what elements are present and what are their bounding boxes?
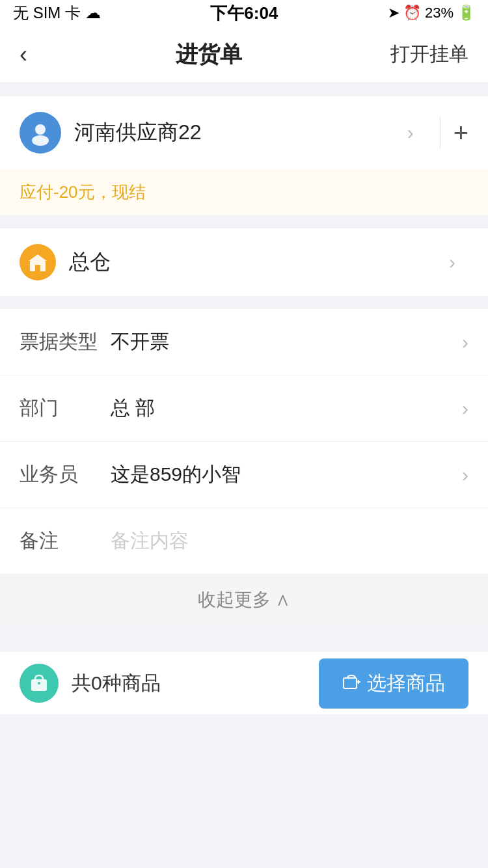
bottom-section: 共0种商品 选择商品 [0, 652, 488, 714]
page-background [0, 714, 488, 868]
location-icon: ➤ [388, 5, 400, 21]
invoice-row[interactable]: 票据类型 不开票 › [0, 309, 488, 375]
page-title: 进货单 [176, 40, 242, 70]
product-svg [29, 673, 49, 694]
supplier-avatar [20, 112, 61, 154]
remark-row[interactable]: 备注 备注内容 [0, 508, 488, 574]
svg-rect-7 [344, 678, 357, 688]
svg-point-1 [32, 135, 49, 146]
notice-text: 应付-20元，现结 [20, 182, 146, 202]
product-count: 共0种商品 [72, 670, 319, 697]
sales-row[interactable]: 业务员 这是859的小智 › [0, 441, 488, 508]
collapse-row[interactable]: 收起更多 ∧ [0, 574, 488, 626]
dept-label: 部门 [20, 395, 98, 422]
warehouse-icon [20, 244, 56, 280]
invoice-label: 票据类型 [20, 329, 98, 355]
status-left: 无 SIM 卡 ☁ [13, 3, 101, 23]
dept-chevron-icon: › [462, 398, 468, 420]
invoice-chevron-icon: › [462, 331, 468, 353]
warehouse-chevron-icon: › [449, 251, 455, 273]
section-gap-4 [0, 626, 488, 639]
battery-icon: 🔋 [457, 5, 475, 21]
svg-point-0 [35, 124, 46, 135]
status-right: ➤ ⏰ 23% 🔋 [388, 5, 475, 21]
warehouse-section: 总仓 › [0, 228, 488, 296]
warehouse-svg [27, 252, 48, 273]
supplier-chevron-icon: › [407, 122, 414, 144]
svg-marker-3 [29, 254, 47, 261]
cart-icon [342, 674, 360, 692]
dept-value: 总 部 [98, 395, 462, 422]
open-pending-button[interactable]: 打开挂单 [390, 41, 468, 68]
invoice-value: 不开票 [98, 329, 462, 355]
nav-bar: ‹ 进货单 打开挂单 [0, 26, 488, 83]
warehouse-row[interactable]: 总仓 › [0, 228, 488, 296]
supplier-section: 河南供应商22 › + 应付-20元，现结 [0, 96, 488, 215]
sales-chevron-icon: › [462, 464, 468, 486]
status-time: 下午6:04 [210, 2, 278, 25]
section-gap-1 [0, 83, 488, 96]
remark-input[interactable]: 备注内容 [98, 528, 468, 554]
supplier-name: 河南供应商22 [74, 118, 407, 147]
section-gap-3 [0, 296, 488, 309]
status-bar: 无 SIM 卡 ☁ 下午6:04 ➤ ⏰ 23% 🔋 [0, 0, 488, 26]
select-product-label: 选择商品 [367, 670, 445, 697]
svg-rect-4 [35, 265, 40, 271]
battery-text: 23% [425, 5, 454, 21]
alarm-icon: ⏰ [403, 5, 421, 21]
collapse-label: 收起更多 ∧ [198, 588, 291, 612]
select-product-button[interactable]: 选择商品 [319, 658, 468, 709]
section-gap-2 [0, 215, 488, 228]
sales-value: 这是859的小智 [98, 461, 462, 488]
svg-point-6 [38, 682, 40, 685]
form-section: 票据类型 不开票 › 部门 总 部 › 业务员 这是859的小智 › 备注 备注… [0, 309, 488, 574]
supplier-row[interactable]: 河南供应商22 › + [0, 96, 488, 169]
vertical-divider [440, 116, 441, 149]
signal-text: 无 SIM 卡 ☁ [13, 3, 101, 23]
back-button[interactable]: ‹ [20, 41, 27, 68]
notice-banner: 应付-20元，现结 [0, 169, 488, 215]
warehouse-name: 总仓 [69, 248, 449, 277]
add-supplier-button[interactable]: + [454, 120, 468, 146]
dept-row[interactable]: 部门 总 部 › [0, 375, 488, 441]
product-icon [20, 664, 59, 703]
sales-label: 业务员 [20, 461, 98, 488]
svg-rect-5 [31, 679, 47, 691]
remark-label: 备注 [20, 528, 98, 554]
avatar-icon [27, 120, 53, 146]
